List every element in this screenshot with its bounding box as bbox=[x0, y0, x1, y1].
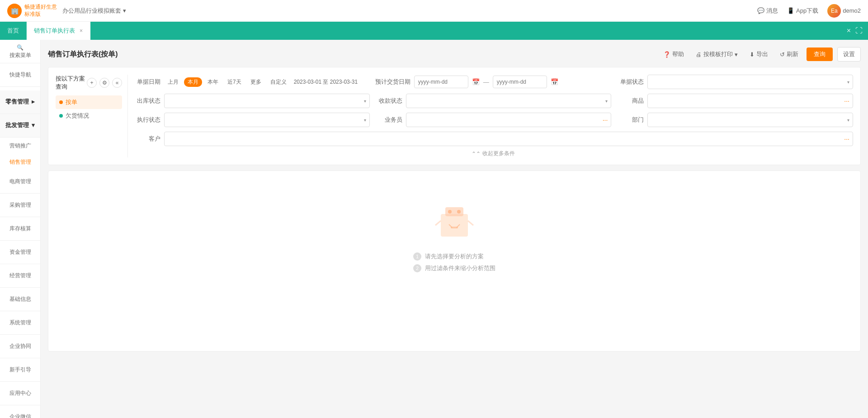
empty-tips: 1 请先选择要分析的方案 2 用过滤条件来缩小分析范围 bbox=[413, 252, 495, 272]
sidebar-item-corp-collab[interactable]: 企业协同 bbox=[0, 335, 40, 358]
print-button[interactable]: 🖨 按模板打印 ▾ bbox=[692, 48, 741, 60]
sidebar-item-system-mgmt[interactable]: 系统管理 bbox=[0, 311, 40, 335]
sidebar-item-retail-mgmt[interactable]: 零售管理 ▸ bbox=[0, 90, 40, 114]
date-tab-more[interactable]: 更多 bbox=[247, 77, 265, 87]
customer-select-wrapper: ··· bbox=[164, 132, 853, 146]
query-button[interactable]: 查询 bbox=[807, 48, 833, 61]
date-tab-this-month[interactable]: 本月 bbox=[184, 77, 202, 87]
scheme-dot bbox=[59, 100, 63, 104]
settings-button[interactable]: 设置 bbox=[837, 47, 861, 62]
sidebar-item-finance-mgmt[interactable]: 资金管理 bbox=[0, 241, 40, 264]
exec-status-input[interactable] bbox=[164, 113, 370, 127]
message-icon: 💬 bbox=[757, 7, 764, 14]
logo-area: 🏢 畅捷通好生意 标准版 bbox=[7, 4, 57, 18]
expected-date-end-input[interactable] bbox=[493, 76, 547, 88]
export-icon: ⬇ bbox=[750, 51, 755, 58]
search-icon: 🔍 bbox=[17, 44, 24, 52]
fullscreen-icon[interactable]: ⛶ bbox=[855, 27, 863, 35]
expected-date-label: 预计交货日期 bbox=[375, 78, 410, 86]
scheme-collapse-button[interactable]: « bbox=[112, 78, 122, 88]
help-icon: ❓ bbox=[663, 51, 670, 58]
filter-row-2: 出库状态 ▾ 收款状态 ▾ bbox=[133, 94, 853, 108]
sidebar-item-inventory[interactable]: 库存核算 bbox=[0, 217, 40, 241]
tab-home[interactable]: 首页 bbox=[0, 22, 27, 40]
sidebar-item-quick-nav[interactable]: 快捷导航 bbox=[0, 63, 40, 87]
out-status-label: 出库状态 bbox=[133, 97, 160, 105]
collapse-bar[interactable]: ⌃⌃ 收起更多条件 bbox=[133, 146, 853, 157]
sidebar-item-app-center[interactable]: 应用中心 bbox=[0, 382, 40, 405]
date-range-display: 2023-03-01 至 2023-03-31 bbox=[294, 78, 358, 86]
tab-sales-order-exec[interactable]: 销售订单执行表 × bbox=[27, 22, 90, 40]
filter-group-exec-status: 执行状态 ▾ bbox=[133, 113, 370, 127]
filter-row-1: 单据日期 上月 本月 本年 近7天 更多 自定义 bbox=[133, 75, 853, 89]
chevron-right-icon: ▸ bbox=[32, 98, 35, 106]
out-status-input[interactable] bbox=[164, 94, 370, 108]
expected-date-start-input[interactable] bbox=[414, 76, 468, 88]
sidebar-item-marketing[interactable]: 营销推广 bbox=[0, 138, 40, 154]
exec-status-label: 执行状态 bbox=[133, 116, 160, 124]
filter-group-expected-date: 预计交货日期 📅 — 📅 bbox=[375, 76, 612, 88]
scheme-item-receivable[interactable]: 欠货情况 bbox=[56, 109, 122, 123]
exec-status-select-wrapper: ▾ bbox=[164, 113, 370, 127]
sidebar-item-basic-info[interactable]: 基础信息 bbox=[0, 288, 40, 311]
sidebar-item-ecom-mgmt[interactable]: 电商管理 bbox=[0, 170, 40, 194]
sidebar-item-new-user[interactable]: 新手引导 bbox=[0, 358, 40, 382]
scheme-item-press-order[interactable]: 按单 bbox=[56, 95, 122, 109]
receipt-status-input[interactable] bbox=[406, 94, 612, 108]
chevron-down-icon: ▾ bbox=[32, 121, 35, 129]
salesperson-input[interactable] bbox=[406, 113, 612, 127]
receipt-status-label: 收款状态 bbox=[375, 97, 402, 105]
collapse-icon: ⌃⌃ bbox=[472, 151, 481, 157]
top-header: 🏢 畅捷通好生意 标准版 办公用品行业模拟账套 ▾ 💬 消息 📱 App下载 E… bbox=[0, 0, 868, 22]
app-selector[interactable]: 办公用品行业模拟账套 ▾ bbox=[62, 7, 126, 15]
filter-group-receipt-status: 收款状态 ▾ bbox=[375, 94, 612, 108]
filter-group-salesperson: 业务员 ··· bbox=[375, 113, 612, 127]
sidebar-item-ops-mgmt[interactable]: 经营管理 bbox=[0, 264, 40, 288]
content-area: 销售订单执行表(按单) ❓ 帮助 🖨 按模板打印 ▾ ⬇ 导出 ↺ 刷新 bbox=[41, 40, 868, 418]
download-action[interactable]: 📱 App下载 bbox=[787, 7, 818, 15]
date-tab-this-year[interactable]: 本年 bbox=[204, 77, 222, 87]
calendar-icon-start[interactable]: 📅 bbox=[472, 78, 480, 86]
sidebar: 🔍 搜索菜单 快捷导航 零售管理 ▸ 批发管理 ▾ 营销推广 销售管理 电商管理… bbox=[0, 40, 41, 418]
filter-rows: 单据日期 上月 本月 本年 近7天 更多 自定义 bbox=[133, 75, 853, 146]
customer-input[interactable] bbox=[164, 132, 853, 146]
empty-tip-2: 2 用过滤条件来缩小分析范围 bbox=[413, 264, 495, 272]
doc-status-label: 单据状态 bbox=[617, 78, 644, 86]
page-title-bar: 销售订单执行表(按单) ❓ 帮助 🖨 按模板打印 ▾ ⬇ 导出 ↺ 刷新 bbox=[48, 47, 861, 62]
header-left: 🏢 畅捷通好生意 标准版 办公用品行业模拟账套 ▾ bbox=[7, 4, 126, 18]
goods-input[interactable] bbox=[647, 94, 853, 108]
sidebar-item-corp-wechat[interactable]: 企业微信 bbox=[0, 405, 40, 418]
doc-status-select-wrapper: ▾ bbox=[647, 75, 853, 89]
sidebar-item-sales-mgmt[interactable]: 销售管理 bbox=[0, 154, 40, 170]
refresh-icon: ↺ bbox=[780, 51, 785, 58]
date-tab-custom[interactable]: 自定义 bbox=[267, 77, 290, 87]
calendar-icon-end[interactable]: 📅 bbox=[551, 78, 558, 86]
empty-tip-1: 1 请先选择要分析的方案 bbox=[413, 252, 495, 261]
download-icon: 📱 bbox=[787, 7, 794, 14]
empty-illustration bbox=[432, 198, 477, 243]
sidebar-item-purchase-mgmt[interactable]: 采购管理 bbox=[0, 194, 40, 217]
export-button[interactable]: ⬇ 导出 bbox=[746, 48, 772, 60]
logo-text: 畅捷通好生意 标准版 bbox=[24, 4, 57, 18]
scheme-settings-button[interactable]: ⚙ bbox=[99, 78, 109, 88]
date-tab-7days[interactable]: 近7天 bbox=[224, 77, 245, 87]
help-button[interactable]: ❓ 帮助 bbox=[660, 48, 688, 60]
page-actions: ❓ 帮助 🖨 按模板打印 ▾ ⬇ 导出 ↺ 刷新 查询 bbox=[660, 47, 861, 62]
scheme-add-button[interactable]: + bbox=[87, 78, 97, 88]
svg-rect-0 bbox=[441, 214, 468, 237]
sidebar-item-search[interactable]: 🔍 搜索菜单 bbox=[0, 40, 40, 63]
dept-input[interactable] bbox=[647, 113, 853, 127]
dept-label: 部门 bbox=[617, 116, 644, 124]
filter-row-4: 客户 ··· bbox=[133, 132, 853, 146]
svg-point-3 bbox=[457, 210, 461, 214]
tip-num-2: 2 bbox=[413, 264, 421, 272]
refresh-button[interactable]: ↺ 刷新 bbox=[776, 48, 802, 60]
sidebar-item-wholesale-mgmt[interactable]: 批发管理 ▾ bbox=[0, 114, 40, 138]
date-tab-last-month[interactable]: 上月 bbox=[164, 77, 182, 87]
tab-close-icon[interactable]: × bbox=[80, 28, 83, 34]
tip-num-1: 1 bbox=[413, 252, 421, 261]
doc-status-input[interactable] bbox=[647, 75, 853, 89]
window-close-icon[interactable]: × bbox=[847, 27, 851, 35]
user-menu[interactable]: Ea demo2 bbox=[827, 4, 861, 18]
message-action[interactable]: 💬 消息 bbox=[757, 7, 778, 15]
